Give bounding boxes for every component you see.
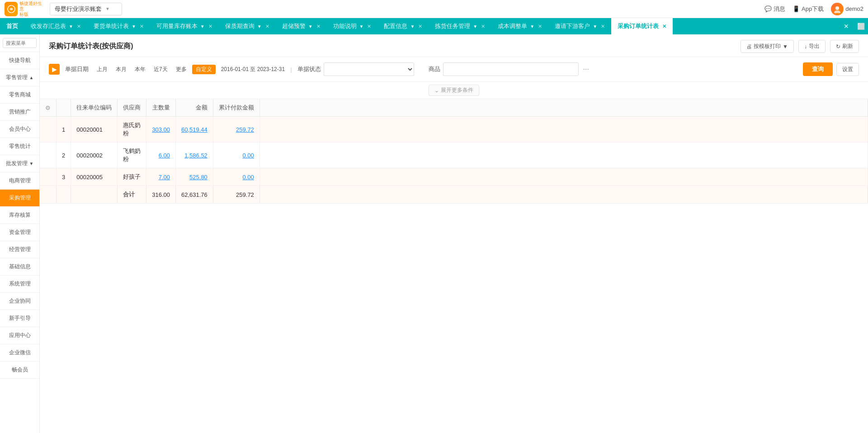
sidebar-item-retail-stats[interactable]: 零售统计	[0, 138, 39, 155]
goods-filter-group: 商品 ···	[429, 62, 591, 76]
sidebar-item-vip[interactable]: 畅会员	[0, 362, 39, 379]
row-quantity-2[interactable]: 6.00	[146, 143, 176, 168]
row-code-2: 00020002	[71, 143, 118, 168]
goods-filter-input[interactable]	[443, 62, 579, 76]
filter-toggle-button[interactable]: ▶	[49, 64, 60, 75]
app-download-btn[interactable]: 📱 App下载	[793, 5, 824, 13]
tab-close-active-icon[interactable]: ✕	[662, 24, 666, 29]
sidebar-item-retail-shop[interactable]: 零售商城	[0, 86, 39, 104]
message-icon: 💬	[764, 5, 772, 12]
tab-baozhi[interactable]: 保质期查询 ▼ ✕	[219, 18, 276, 34]
row-paid-3[interactable]: 0.00	[213, 168, 259, 186]
col-extra	[259, 99, 868, 117]
sidebar-item-quicknav[interactable]: 快捷导航	[0, 52, 39, 69]
sidebar-item-finance[interactable]: 资金管理	[0, 224, 39, 241]
tab-arrow-icon: ▼	[530, 24, 534, 29]
sidebar-item-system[interactable]: 系统管理	[0, 276, 39, 293]
sidebar-item-ecommerce[interactable]: 电商管理	[0, 172, 39, 190]
tab-yaoqing[interactable]: 邀请下游客户 ▼ ✕	[548, 18, 611, 34]
custom-date-badge[interactable]: 自定义	[192, 65, 216, 74]
shortcut-this-month[interactable]: 本月	[113, 65, 129, 74]
tab-jianhuo[interactable]: 拣货任务管理 ▼ ✕	[429, 18, 491, 34]
goods-filter-label: 商品	[429, 65, 440, 73]
page-header-actions: 🖨 按模板打印 ▼ ↓ 导出 ↻ 刷新	[741, 40, 859, 53]
tab-close-icon[interactable]: ✕	[265, 24, 269, 29]
tab-close-icon[interactable]: ✕	[208, 24, 212, 29]
tab-arrow-icon: ▼	[200, 24, 205, 29]
row-checkbox-1[interactable]	[40, 117, 57, 143]
settings-button[interactable]: 设置	[836, 63, 859, 76]
tab-close-icon[interactable]: ✕	[601, 24, 605, 29]
col-settings[interactable]: ⚙	[40, 99, 57, 117]
col-quantity: 主数量	[146, 99, 176, 117]
tab-shoufacun[interactable]: 收发存汇总表 ▼ ✕	[24, 18, 87, 34]
chevron-up-icon: ▲	[29, 75, 34, 80]
shortcut-more[interactable]: 更多	[173, 65, 189, 74]
sidebar-item-operations[interactable]: 经营管理	[0, 241, 39, 258]
workspace-label: 母婴行业演示账套	[55, 5, 102, 13]
sidebar-item-appcenter[interactable]: 应用中心	[0, 327, 39, 344]
tab-close-icon[interactable]: ✕	[418, 24, 422, 29]
tab-yaohuo[interactable]: 要货单统计表 ▼ ✕	[87, 18, 150, 34]
row-amount-3[interactable]: 525.80	[176, 168, 213, 186]
refresh-button[interactable]: ↻ 刷新	[830, 40, 859, 53]
settings-icon[interactable]: ⚙	[45, 105, 51, 111]
search-input[interactable]	[3, 38, 37, 48]
sidebar-item-enterprise[interactable]: 企业协同	[0, 293, 39, 310]
template-print-button[interactable]: 🖨 按模板打印 ▼	[741, 40, 794, 53]
tab-close-icon[interactable]: ✕	[140, 24, 144, 29]
sidebar-item-wechat[interactable]: 企业微信	[0, 344, 39, 362]
user-menu[interactable]: demo2	[831, 3, 863, 15]
sidebar-item-wholesale[interactable]: 批发管理 ▼	[0, 155, 39, 172]
row-checkbox-3[interactable]	[40, 168, 57, 186]
nav-close-btn[interactable]: ✕	[839, 18, 854, 34]
message-btn[interactable]: 💬 消息	[764, 5, 785, 13]
table-footer: 合计 316.00 62,631.76 259.72	[40, 186, 868, 204]
query-button[interactable]: 查询	[803, 62, 833, 76]
sidebar-item-search[interactable]	[0, 34, 39, 52]
sidebar-item-members[interactable]: 会员中心	[0, 121, 39, 138]
row-checkbox-2[interactable]	[40, 143, 57, 168]
tab-home[interactable]: 首页	[0, 18, 24, 34]
sidebar-item-retail-mgmt[interactable]: 零售管理 ▲	[0, 69, 39, 86]
tab-close-icon[interactable]: ✕	[538, 24, 542, 29]
tab-close-icon[interactable]: ✕	[77, 24, 81, 29]
row-amount-1[interactable]: 60,519.44	[176, 117, 213, 143]
row-index-2: 2	[57, 143, 71, 168]
sidebar-item-newguide[interactable]: 新手引导	[0, 310, 39, 327]
expand-conditions-button[interactable]: ⌄ 展开更多条件	[429, 85, 479, 96]
tab-gongneng[interactable]: 功能说明 ▼ ✕	[327, 18, 378, 34]
tab-chengben[interactable]: 成本调整单 ▼ ✕	[491, 18, 548, 34]
tab-peizhi[interactable]: 配置信息 ▼ ✕	[377, 18, 429, 34]
shortcut-this-year[interactable]: 本年	[132, 65, 148, 74]
shortcut-7days[interactable]: 近7天	[151, 65, 170, 74]
shortcut-last-month[interactable]: 上月	[94, 65, 110, 74]
status-filter-select[interactable]	[324, 62, 414, 76]
tab-kuyong[interactable]: 可用量库存账本 ▼ ✕	[150, 18, 219, 34]
tab-arrow-icon: ▼	[410, 24, 415, 29]
row-amount-2[interactable]: 1,586.52	[176, 143, 213, 168]
sidebar-item-inventory[interactable]: 库存核算	[0, 207, 39, 224]
row-quantity-3[interactable]: 7.00	[146, 168, 176, 186]
tab-close-icon[interactable]: ✕	[367, 24, 371, 29]
print-icon: 🖨	[746, 43, 752, 50]
export-button[interactable]: ↓ 导出	[798, 40, 826, 53]
row-paid-1[interactable]: 259.72	[213, 117, 259, 143]
sidebar-item-marketing[interactable]: 营销推广	[0, 104, 39, 121]
tab-chaochu[interactable]: 超储预警 ▼ ✕	[276, 18, 327, 34]
row-quantity-1[interactable]: 303.00	[146, 117, 176, 143]
sidebar-item-purchase[interactable]: 采购管理	[0, 190, 39, 207]
sidebar-item-basic-info[interactable]: 基础信息	[0, 258, 39, 276]
tab-arrow-icon: ▼	[359, 24, 364, 29]
sidebar: 快捷导航 零售管理 ▲ 零售商城 营销推广 会员中心 零售统计 批发管理 ▼ 电…	[0, 34, 40, 433]
page-container: 采购订单统计表(按供应商) 🖨 按模板打印 ▼ ↓ 导出 ↻ 刷新	[40, 34, 868, 433]
tab-close-icon[interactable]: ✕	[481, 24, 485, 29]
workspace-selector[interactable]: 母婴行业演示账套 ▼	[50, 3, 122, 15]
refresh-icon: ↻	[836, 43, 840, 50]
filter-more-icon[interactable]: ···	[581, 65, 591, 73]
tab-close-icon[interactable]: ✕	[316, 24, 321, 29]
tab-caigou-active[interactable]: 采购订单统计表 ✕	[611, 18, 673, 34]
row-paid-2[interactable]: 0.00	[213, 143, 259, 168]
export-icon: ↓	[804, 43, 807, 50]
nav-expand-btn[interactable]: ⬜	[854, 18, 868, 34]
